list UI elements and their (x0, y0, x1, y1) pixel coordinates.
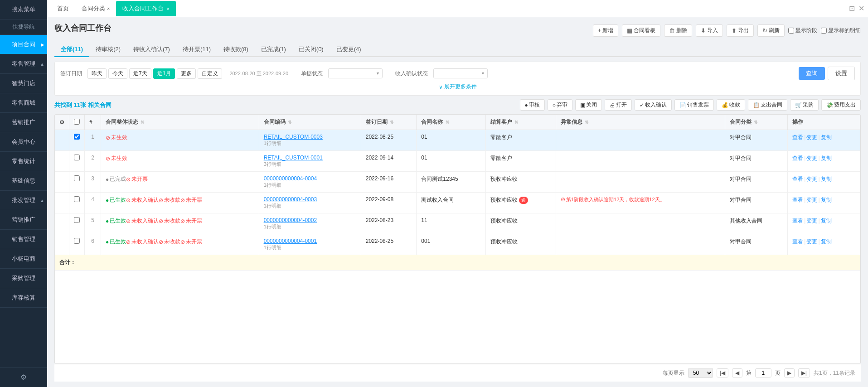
date-more-btn[interactable]: 更多 (177, 68, 196, 79)
sidebar-item-basic-info[interactable]: 基础信息 (0, 171, 47, 191)
date-last1month-btn[interactable]: 近1月 (153, 68, 175, 79)
row-checkbox[interactable] (74, 196, 80, 202)
last-page-btn[interactable]: ▶| (798, 368, 810, 377)
prev-page-btn[interactable]: ◀ (732, 368, 742, 377)
filter-tab-all[interactable]: 全部(11) (54, 43, 89, 57)
filter-tab-changed[interactable]: 已变更(4) (330, 43, 368, 57)
op-复制-link[interactable]: 复制 (821, 218, 832, 224)
sidebar-item-marketing[interactable]: 营销推广 (0, 113, 47, 132)
select-all-checkbox[interactable] (74, 119, 80, 125)
import-btn[interactable]: ⬇ 导入 (696, 24, 723, 37)
sidebar-settings-btn[interactable]: ⚙ (0, 367, 47, 387)
row-checkbox[interactable] (74, 175, 80, 181)
page-size-select[interactable]: 10 20 50 100 (688, 368, 713, 378)
tab-contract-category[interactable]: 合同分类 × (75, 1, 116, 16)
contract-code-link[interactable]: RETAIL_CUSTOM-0001 (264, 155, 323, 161)
op-查看-link[interactable]: 查看 (792, 176, 803, 182)
contract-code-link[interactable]: 0000000000004-0002 (264, 217, 317, 223)
set-btn[interactable]: 设置 (828, 67, 855, 80)
sidebar-search[interactable]: 搜索菜单 (0, 0, 47, 19)
tab-home[interactable]: 首页 (51, 1, 75, 16)
sidebar-item-wholesale-mgmt[interactable]: 批发管理 (0, 191, 47, 210)
next-page-btn[interactable]: ▶ (784, 368, 795, 377)
close-income-contract-tab[interactable]: × (166, 6, 169, 11)
expense-out-btn[interactable]: 📋 支出合同 (748, 99, 787, 111)
income-confirm-btn[interactable]: ✓ 收入确认 (635, 99, 672, 111)
op-变更-link[interactable]: 变更 (806, 218, 817, 224)
expand-more-btn[interactable]: ∨ 展开更多条件 (439, 83, 477, 91)
col-contract-status[interactable]: 合同整体状态 ⇅ (101, 115, 259, 130)
tab-income-contract[interactable]: 收入合同工作台 × (116, 1, 175, 16)
row-checkbox[interactable] (74, 238, 80, 244)
date-today-btn[interactable]: 今天 (108, 68, 127, 79)
op-变更-link[interactable]: 变更 (806, 238, 817, 245)
refresh-btn[interactable]: ↻ 刷新 (757, 24, 785, 37)
close-contract-category-tab[interactable]: × (107, 6, 110, 11)
export-btn[interactable]: ⬆ 导出 (727, 24, 754, 37)
restore-window-btn[interactable]: ⊡ (849, 4, 855, 13)
contract-panel-btn[interactable]: ▦ 合同看板 (622, 24, 660, 37)
fee-out-btn[interactable]: 💸 费用支出 (821, 99, 861, 111)
op-复制-link[interactable]: 复制 (821, 155, 832, 161)
sidebar-item-project-contract[interactable]: 项目合同 ▶ (0, 35, 47, 54)
add-btn[interactable]: + 新增 (593, 24, 618, 37)
sidebar-item-purchase-mgmt[interactable]: 采购管理 (0, 269, 47, 288)
op-查看-link[interactable]: 查看 (792, 155, 803, 161)
op-复制-link[interactable]: 复制 (821, 197, 832, 203)
filter-tab-pending-confirm[interactable]: 待收入确认(7) (127, 43, 176, 57)
row-checkbox[interactable] (74, 134, 80, 140)
op-复制-link[interactable]: 复制 (821, 134, 832, 140)
audit-btn[interactable]: ● 审核 (520, 99, 545, 111)
sidebar-item-marketing2[interactable]: 营销推广 (0, 210, 47, 230)
op-变更-link[interactable]: 变更 (806, 176, 817, 182)
row-checkbox[interactable] (74, 217, 80, 223)
page-number-input[interactable] (755, 368, 771, 377)
sidebar-item-member-center[interactable]: 会员中心 (0, 132, 47, 152)
op-复制-link[interactable]: 复制 (821, 238, 832, 245)
filter-tab-pending-invoice[interactable]: 待开票(11) (176, 43, 217, 57)
filter-tab-completed[interactable]: 已完成(1) (255, 43, 292, 57)
col-contract-category[interactable]: 合同分类 ⇅ (725, 115, 787, 130)
sales-invoice-btn[interactable]: 📄 销售发票 (674, 99, 714, 111)
sidebar-item-retail-stats[interactable]: 零售统计 (0, 152, 47, 171)
op-变更-link[interactable]: 变更 (806, 197, 817, 203)
contract-code-link[interactable]: 0000000000004-0004 (264, 175, 317, 182)
row-checkbox[interactable] (74, 155, 80, 160)
sidebar-item-xiaoqiang[interactable]: 小畅电商 (0, 249, 47, 269)
date-custom-btn[interactable]: 自定义 (198, 68, 222, 79)
contract-code-link[interactable]: 0000000000004-0001 (264, 238, 317, 244)
col-settlement-customer[interactable]: 结算客户 ⇅ (485, 115, 556, 130)
col-checkbox[interactable] (69, 115, 85, 130)
sidebar-item-retail-mgmt[interactable]: 零售管理 (0, 54, 47, 74)
show-detail-checkbox[interactable]: 显示标的明细 (821, 27, 861, 34)
sidebar-item-inventory[interactable]: 库存核算 (0, 288, 47, 308)
close-window-btn[interactable]: ✕ (858, 4, 864, 13)
payment-btn[interactable]: 💰 收款 (717, 99, 745, 111)
close-contract-btn[interactable]: ▣ 关闭 (575, 99, 602, 111)
sidebar-nav-label[interactable]: 快捷导航 (0, 19, 47, 35)
filter-tab-pending-payment[interactable]: 待收款(8) (217, 43, 255, 57)
col-contract-code[interactable]: 合同编码 ⇅ (259, 115, 361, 130)
income-confirm-select[interactable] (433, 68, 488, 78)
abandon-btn[interactable]: ○ 弃审 (548, 99, 572, 111)
op-查看-link[interactable]: 查看 (792, 197, 803, 203)
first-page-btn[interactable]: |◀ (717, 368, 728, 377)
print-btn[interactable]: 🖨 打开 (605, 99, 632, 111)
sidebar-item-smart-store[interactable]: 智慧门店 (0, 74, 47, 93)
show-stage-checkbox[interactable]: 显示阶段 (788, 27, 817, 34)
op-查看-link[interactable]: 查看 (792, 134, 803, 140)
show-detail-input[interactable] (821, 28, 827, 34)
col-sign-date[interactable]: 签订日期 ⇅ (361, 115, 417, 130)
sidebar-item-sales-mgmt[interactable]: 销售管理 (0, 230, 47, 249)
op-查看-link[interactable]: 查看 (792, 238, 803, 245)
op-变更-link[interactable]: 变更 (806, 155, 817, 161)
date-yesterday-btn[interactable]: 昨天 (87, 68, 107, 79)
show-stage-input[interactable] (788, 28, 794, 34)
filter-tab-closed[interactable]: 已关闭(0) (292, 43, 330, 57)
col-settings[interactable]: ⚙ (55, 115, 69, 130)
purchase-btn[interactable]: 🛒 采购 (790, 99, 819, 111)
filter-tab-pending-review[interactable]: 待审核(2) (89, 43, 127, 57)
op-查看-link[interactable]: 查看 (792, 218, 803, 224)
col-abnormal-info[interactable]: 异常信息 ⇅ (556, 115, 725, 130)
sidebar-item-retail-mall[interactable]: 零售商城 (0, 93, 47, 113)
